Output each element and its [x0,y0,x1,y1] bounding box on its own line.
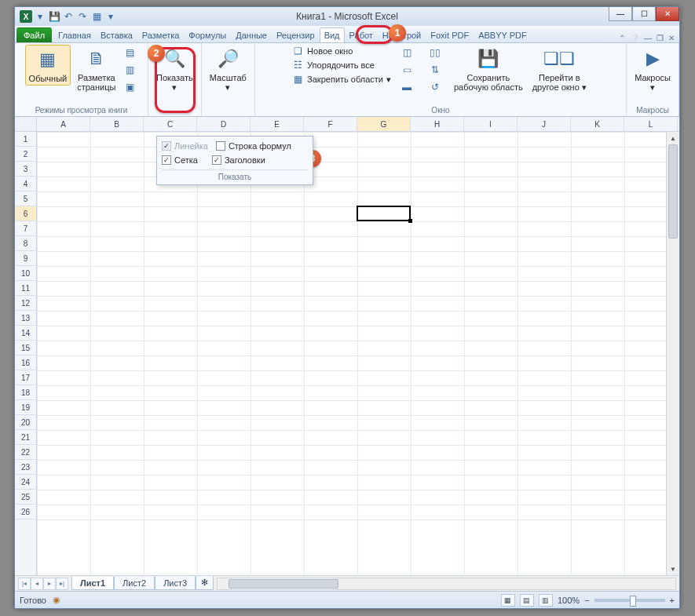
column-header[interactable]: D [197,117,251,132]
row-header[interactable]: 10 [15,266,36,281]
save-workspace-button[interactable]: 💾 Сохранить рабочую область [451,45,526,93]
macro-record-icon[interactable]: ◉ [53,595,60,605]
tab-formulas[interactable]: Формулы [184,27,231,42]
sync-scroll-icon[interactable]: ⇅ [427,62,443,78]
column-header[interactable]: G [357,117,411,132]
new-sheet-button[interactable]: ✻ [196,576,214,590]
headings-checkbox[interactable]: ✓Заголовки [212,155,265,165]
redo-icon[interactable]: ↷ [76,10,89,23]
hscroll-thumb[interactable] [229,579,338,589]
scroll-down-icon[interactable]: ▼ [667,563,679,575]
column-header[interactable]: J [518,117,571,132]
column-header[interactable]: E [251,117,304,132]
row-header[interactable]: 12 [15,296,36,311]
row-header[interactable]: 15 [15,341,36,355]
new-window-button[interactable]: ❏Новое окно [291,45,353,57]
row-header[interactable]: 3 [15,162,36,177]
workbook-close-icon[interactable]: ✕ [668,34,675,42]
row-header[interactable]: 13 [15,311,36,326]
row-header[interactable]: 11 [15,281,36,296]
tab-data[interactable]: Данные [231,27,272,42]
row-header[interactable]: 2 [15,147,36,162]
row-header[interactable]: 7 [15,221,36,236]
row-header[interactable]: 6 [15,206,36,221]
sheet-tab-1[interactable]: Лист1 [71,577,114,590]
split-icon[interactable]: ◫ [399,45,415,60]
maximize-button[interactable]: ☐ [632,7,656,21]
row-header[interactable]: 5 [15,191,36,206]
side-by-side-icon[interactable]: ▯▯ [427,45,443,60]
fullscreen-icon[interactable]: ▣ [122,79,137,95]
vertical-scrollbar[interactable]: ▲ ▼ [666,132,679,575]
row-header[interactable]: 8 [15,236,36,251]
tab-layout[interactable]: Разметка [137,27,185,42]
zoom-level[interactable]: 100% [558,596,580,605]
qat-more-icon[interactable]: ▾ [104,10,117,23]
sheet-first-icon[interactable]: |◂ [18,578,31,590]
row-header[interactable]: 14 [15,326,36,341]
row-header[interactable]: 1 [15,132,36,147]
fill-handle[interactable] [408,219,412,223]
tab-developer[interactable]: Работ [345,27,378,42]
undo-icon[interactable]: ↶ [62,10,75,23]
scroll-up-icon[interactable]: ▲ [667,132,679,144]
status-normal-view-icon[interactable]: ▦ [501,594,515,607]
save-icon[interactable]: 💾 [48,10,60,23]
row-header[interactable]: 4 [15,177,36,191]
sheet-tab-2[interactable]: Лист2 [114,577,155,590]
status-pagebreak-icon[interactable]: ▥ [539,594,553,607]
row-header[interactable]: 9 [15,251,36,266]
switch-window-button[interactable]: ❏❏ Перейти в другое окно ▾ [529,45,590,93]
zoom-slider[interactable] [594,599,665,602]
sheet-prev-icon[interactable]: ◂ [31,578,43,590]
row-header[interactable]: 26 [15,505,36,519]
cells[interactable] [37,132,666,575]
sheet-next-icon[interactable]: ▸ [43,578,56,590]
zoom-in-button[interactable]: + [670,596,675,605]
close-button[interactable]: ✕ [656,7,679,21]
row-header[interactable]: 21 [15,430,36,445]
vscroll-thumb[interactable] [668,144,678,239]
row-header[interactable]: 16 [15,355,36,370]
reset-pos-icon[interactable]: ↺ [427,79,443,95]
hide-icon[interactable]: ▭ [399,62,415,78]
row-header[interactable]: 25 [15,490,36,505]
column-header[interactable]: B [90,117,144,132]
formula-bar-checkbox[interactable]: Строка формул [216,141,291,151]
column-header[interactable]: L [624,117,678,132]
sheet-last-icon[interactable]: ▸| [56,578,68,590]
select-all-corner[interactable] [15,117,37,132]
column-header[interactable]: H [411,117,464,132]
tab-addins[interactable]: Надстрой [378,27,426,42]
qat-dropdown-icon[interactable]: ▾ [34,10,46,23]
column-header[interactable]: A [37,117,90,132]
row-header[interactable]: 19 [15,400,36,415]
selected-cell[interactable] [357,206,411,221]
minimize-button[interactable]: — [609,7,632,21]
print-preview-icon[interactable]: ▦ [90,10,103,23]
column-header[interactable]: F [304,117,357,132]
tab-view[interactable]: Вид [320,27,345,42]
row-header[interactable]: 20 [15,415,36,430]
column-header[interactable]: I [464,117,518,132]
tab-review[interactable]: Рецензир [272,27,320,42]
tab-abbyy[interactable]: ABBYY PDF [474,27,532,42]
normal-view-button[interactable]: ▦ Обычный [25,45,71,86]
help-icon[interactable]: ❔ [630,34,639,42]
macros-button[interactable]: ▶ Макросы▾ [631,45,674,93]
zoom-out-button[interactable]: − [584,596,589,605]
sheet-tab-3[interactable]: Лист3 [155,577,196,590]
zoom-button[interactable]: 🔎 Масштаб▾ [207,45,250,93]
row-header[interactable]: 17 [15,370,36,385]
pagebreak-icon[interactable]: ▤ [122,45,137,60]
tab-file[interactable]: Файл [16,27,52,42]
tab-home[interactable]: Главная [53,27,96,42]
arrange-all-button[interactable]: ☷Упорядочить все [291,59,375,71]
workbook-restore-icon[interactable]: ❐ [657,34,664,42]
ribbon-minimize-icon[interactable]: ⌃ [619,34,625,42]
horizontal-scrollbar[interactable] [217,578,676,590]
status-page-layout-icon[interactable]: ▤ [520,594,534,607]
page-layout-button[interactable]: 🗎 Разметка страницы [74,45,119,93]
workbook-minimize-icon[interactable]: — [644,34,652,42]
row-header[interactable]: 18 [15,385,36,400]
